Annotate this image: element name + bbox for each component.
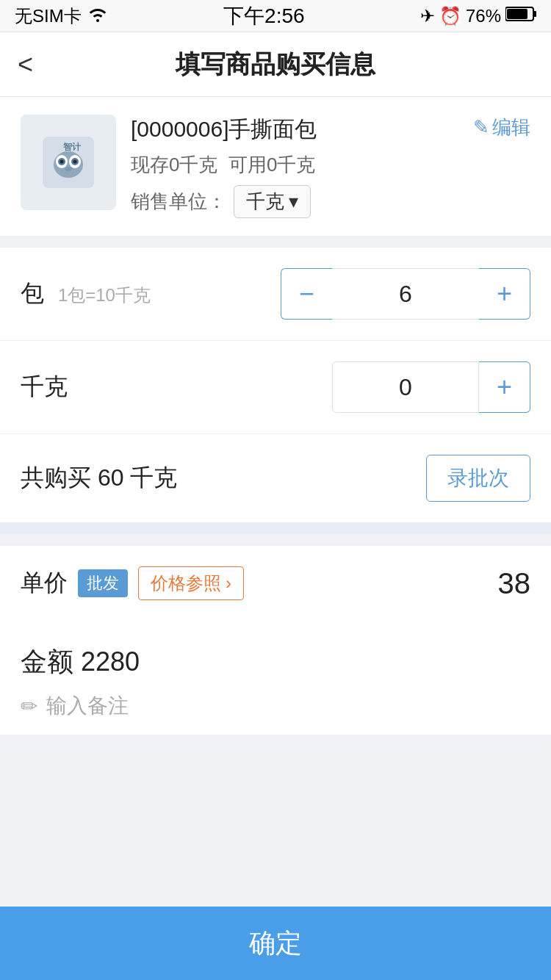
price-label: 单价 (21, 567, 68, 599)
bao-quantity-control: − + (281, 268, 530, 320)
bao-label: 包 1包=10千克 (21, 278, 281, 310)
remark-placeholder[interactable]: 输入备注 (46, 692, 129, 720)
total-label: 共购买 60 千克 (21, 462, 177, 494)
svg-rect-1 (533, 11, 536, 17)
carrier-text: 无SIM卡 (15, 4, 82, 28)
wifi-icon (87, 6, 108, 26)
dropdown-icon: ▾ (289, 190, 298, 213)
price-row: 单价 批发 价格参照 › 38 (21, 566, 530, 600)
battery-icon (505, 6, 536, 26)
kg-quantity-control: + (332, 361, 530, 413)
page-title: 填写商品购买信息 (176, 48, 375, 82)
price-label-group: 单价 批发 价格参照 › (21, 566, 244, 600)
edit-button[interactable]: ✎ 编辑 (473, 115, 530, 140)
svg-text:智计: 智计 (62, 142, 82, 152)
location-icon: ✈ (420, 6, 435, 26)
status-left: 无SIM卡 (15, 4, 108, 28)
remark-row[interactable]: ✏ 输入备注 (21, 692, 530, 720)
price-ref-button[interactable]: 价格参照 › (138, 566, 244, 600)
unit-selector[interactable]: 千克 ▾ (234, 185, 311, 218)
kg-plus-button[interactable]: + (479, 361, 530, 413)
nav-bar: < 填写商品购买信息 (0, 32, 551, 97)
bao-section: 包 1包=10千克 − + 千克 + (0, 248, 551, 434)
price-tag: 批发 (78, 569, 128, 597)
bao-plus-button[interactable]: + (479, 268, 530, 320)
status-right: ✈ ⏰ 76% (420, 6, 536, 26)
product-image: 智计 (21, 115, 116, 210)
amount-row: 金额 2280 (21, 644, 530, 680)
back-button[interactable]: < (18, 49, 33, 80)
price-value: 38 (498, 567, 531, 600)
kg-input[interactable] (332, 361, 479, 413)
bao-minus-button[interactable]: − (281, 268, 332, 320)
status-bar: 无SIM卡 下午2:56 ✈ ⏰ 76% (0, 0, 551, 32)
svg-point-9 (60, 160, 64, 164)
price-section: 单价 批发 价格参照 › 38 (0, 546, 551, 624)
product-name: [0000006]手撕面包 (131, 115, 530, 145)
edit-icon: ✎ (473, 116, 489, 139)
bao-input[interactable] (332, 268, 479, 320)
confirm-button[interactable]: 确定 (0, 907, 551, 980)
status-time: 下午2:56 (223, 2, 305, 30)
product-unit: 销售单位： 千克 ▾ (131, 185, 530, 218)
divider-2 (0, 522, 551, 534)
total-row: 共购买 60 千克 录批次 (0, 434, 551, 522)
svg-point-11 (65, 167, 72, 171)
kg-row: 千克 + (0, 341, 551, 434)
battery-text: 76% (466, 6, 501, 26)
bao-row: 包 1包=10千克 − + (0, 248, 551, 341)
product-info: [0000006]手撕面包 现存0千克 可用0千克 销售单位： 千克 ▾ (131, 115, 530, 218)
batch-button[interactable]: 录批次 (426, 455, 530, 502)
price-ref-arrow-icon: › (226, 573, 231, 594)
svg-rect-2 (507, 9, 527, 19)
product-stock: 现存0千克 可用0千克 (131, 152, 530, 178)
product-section: 智计 [0000006]手撕面包 现存0千克 可用0千克 销售单位： 千克 ▾ … (0, 97, 551, 236)
kg-label: 千克 (21, 371, 332, 403)
alarm-icon: ⏰ (439, 6, 461, 26)
bao-hint: 1包=10千克 (58, 285, 151, 305)
amount-section: 金额 2280 ✏ 输入备注 (0, 624, 551, 735)
pencil-icon: ✏ (21, 694, 37, 718)
svg-point-10 (73, 160, 77, 164)
